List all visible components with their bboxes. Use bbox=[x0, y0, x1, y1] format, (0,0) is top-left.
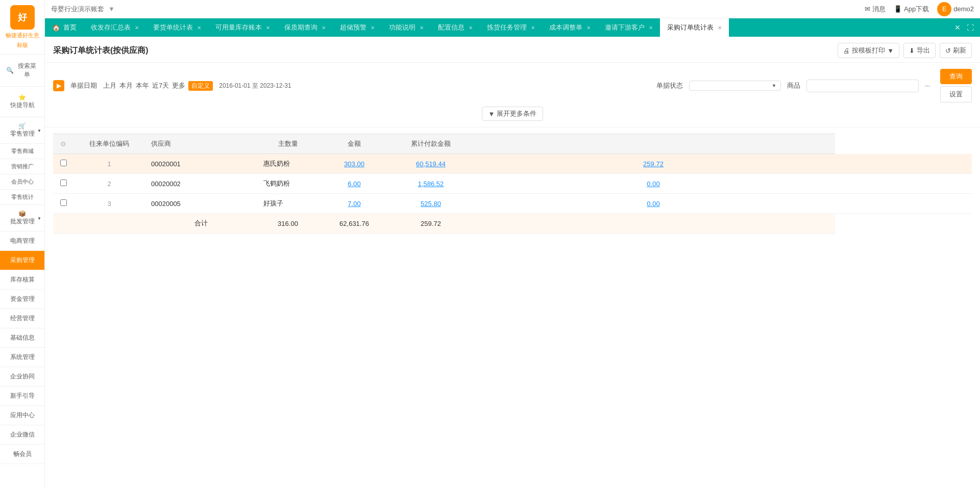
sidebar-item-system[interactable]: 系统管理 bbox=[0, 348, 44, 367]
row-checkbox-2[interactable] bbox=[60, 199, 67, 206]
sidebar-item-retail[interactable]: 🛒 零售管理 bbox=[0, 117, 44, 144]
more-shortcut[interactable]: 更多 bbox=[172, 81, 185, 90]
quick-nav-button[interactable]: ⭐ 快捷导航 bbox=[4, 91, 40, 113]
sidebar-item-marketing[interactable]: 营销推广 bbox=[0, 159, 44, 174]
table-header-row: ⚙ 往来单位编码 供应商 主数量 金额 累计付款金额 bbox=[53, 134, 972, 154]
settings-button[interactable]: 设置 bbox=[940, 86, 972, 102]
row-checkbox-0[interactable] bbox=[60, 160, 67, 166]
tab-pick-task-close[interactable]: ✕ bbox=[531, 25, 535, 31]
tab-function-desc-close[interactable]: ✕ bbox=[420, 25, 424, 31]
tab-cost-adjust-close[interactable]: ✕ bbox=[586, 25, 591, 31]
message-label: 消息 bbox=[872, 5, 886, 14]
expand-icon: ▼ bbox=[488, 110, 495, 118]
row-paid-0[interactable]: 259.72 bbox=[472, 154, 835, 174]
logo-version: 标版 bbox=[17, 41, 28, 49]
tab-config-info-close[interactable]: ✕ bbox=[469, 25, 473, 31]
sidebar-item-purchase[interactable]: 采购管理 bbox=[0, 251, 44, 270]
row-qty-link-2[interactable]: 7.00 bbox=[348, 200, 360, 208]
row-qty-link-1[interactable]: 6.00 bbox=[348, 180, 360, 188]
search-section[interactable]: 🔍 搜索菜单 bbox=[0, 55, 44, 87]
username: demo2 bbox=[953, 5, 974, 13]
sidebar-item-operation[interactable]: 经营管理 bbox=[0, 309, 44, 328]
print-button[interactable]: 🖨 按模板打印 ▼ bbox=[838, 43, 899, 58]
this-month-shortcut[interactable]: 本月 bbox=[119, 81, 133, 90]
custom-date-badge[interactable]: 自定义 bbox=[188, 81, 213, 91]
row-amount-1[interactable]: 1,586.52 bbox=[390, 174, 472, 194]
row-paid-link-0[interactable]: 259.72 bbox=[643, 160, 664, 168]
row-qty-1[interactable]: 6.00 bbox=[318, 174, 390, 194]
status-select[interactable] bbox=[689, 81, 781, 91]
tab-available-stock-close[interactable]: ✕ bbox=[266, 25, 270, 31]
sidebar-item-new-guide[interactable]: 新手引导 bbox=[0, 387, 44, 406]
tab-overstock-warning-close[interactable]: ✕ bbox=[371, 25, 375, 31]
sidebar-item-ecommerce[interactable]: 电商管理 bbox=[0, 232, 44, 251]
tab-shelf-life[interactable]: 保质期查询 ✕ bbox=[277, 18, 333, 37]
tab-receive-summary[interactable]: 收发存汇总表 ✕ bbox=[84, 18, 146, 37]
row-check-2[interactable] bbox=[53, 194, 74, 214]
row-paid-link-2[interactable]: 0.00 bbox=[647, 200, 659, 208]
row-amount-2[interactable]: 525.80 bbox=[390, 194, 472, 214]
user-profile[interactable]: E demo2 bbox=[937, 2, 974, 16]
settings-col-icon[interactable]: ⚙ bbox=[60, 140, 66, 148]
workspace-dropdown-icon[interactable]: ▼ bbox=[108, 5, 115, 13]
row-amount-link-2[interactable]: 525.80 bbox=[421, 200, 441, 208]
sidebar-item-finance[interactable]: 资金管理 bbox=[0, 290, 44, 309]
more-filter-button[interactable]: ··· bbox=[925, 82, 930, 89]
query-button[interactable]: 查询 bbox=[940, 69, 972, 84]
row-checkbox-1[interactable] bbox=[60, 179, 67, 186]
app-download-button[interactable]: 📱 App下载 bbox=[894, 5, 929, 14]
tab-shelf-life-close[interactable]: ✕ bbox=[322, 25, 326, 31]
last-month-shortcut[interactable]: 上月 bbox=[103, 81, 116, 90]
row-amount-0[interactable]: 60,519.44 bbox=[390, 154, 472, 174]
sidebar-item-retail-mall[interactable]: 零售商城 bbox=[0, 144, 44, 159]
tab-invite-downstream-close[interactable]: ✕ bbox=[649, 25, 653, 31]
tab-receive-summary-close[interactable]: ✕ bbox=[135, 25, 139, 31]
last7days-shortcut[interactable]: 近7天 bbox=[152, 81, 169, 90]
tab-pick-task[interactable]: 拣货任务管理 ✕ bbox=[480, 18, 542, 37]
search-menu-button[interactable]: 🔍 搜索菜单 bbox=[4, 59, 40, 82]
tab-config-info[interactable]: 配置信息 ✕ bbox=[431, 18, 480, 37]
refresh-button[interactable]: ↺ 刷新 bbox=[940, 43, 972, 58]
row-check-0[interactable] bbox=[53, 154, 74, 174]
sidebar-item-stock[interactable]: 库存核算 bbox=[0, 270, 44, 290]
tab-available-stock[interactable]: 可用量库存账本 ✕ bbox=[208, 18, 277, 37]
tab-purchase-stats[interactable]: 要货单统计表 ✕ bbox=[146, 18, 208, 37]
fullscreen-button[interactable]: ⛶ bbox=[965, 21, 976, 34]
sidebar-item-member-vip[interactable]: 畅会员 bbox=[0, 445, 44, 464]
sidebar-item-enterprise[interactable]: 企业协同 bbox=[0, 367, 44, 387]
sidebar-item-enterprise-wechat[interactable]: 企业微信 bbox=[0, 425, 44, 445]
table-row: 3 00020005 好孩子 7.00 525.80 0.00 bbox=[53, 194, 972, 214]
sidebar-item-basic-info[interactable]: 基础信息 bbox=[0, 328, 44, 348]
row-qty-link-0[interactable]: 303.00 bbox=[344, 160, 364, 168]
tab-function-desc[interactable]: 功能说明 ✕ bbox=[382, 18, 431, 37]
close-tab-button[interactable]: ✕ bbox=[952, 21, 963, 34]
this-year-shortcut[interactable]: 本年 bbox=[136, 81, 149, 90]
sidebar-item-member[interactable]: 会员中心 bbox=[0, 174, 44, 190]
tab-purchase-order-stats-close[interactable]: ✕ bbox=[718, 25, 722, 31]
row-amount-link-1[interactable]: 1,586.52 bbox=[418, 180, 444, 188]
tab-cost-adjust[interactable]: 成本调整单 ✕ bbox=[542, 18, 598, 37]
expand-filter-button[interactable]: ▼ 展开更多条件 bbox=[482, 107, 544, 121]
tab-invite-downstream[interactable]: 邀请下游客户 ✕ bbox=[598, 18, 660, 37]
row-qty-2[interactable]: 7.00 bbox=[318, 194, 390, 214]
row-supplier-2: 好孩子 bbox=[257, 194, 318, 214]
filter-toggle-button[interactable]: ▶ bbox=[53, 80, 64, 91]
tab-overstock-warning[interactable]: 超储预警 ✕ bbox=[333, 18, 382, 37]
tab-purchase-stats-close[interactable]: ✕ bbox=[197, 25, 201, 31]
export-button[interactable]: ⬇ 导出 bbox=[903, 43, 936, 58]
row-paid-link-1[interactable]: 0.00 bbox=[647, 180, 659, 188]
table-row: 2 00020002 飞鹤奶粉 6.00 1,586.52 0.00 bbox=[53, 174, 972, 194]
sidebar-item-app-center[interactable]: 应用中心 bbox=[0, 406, 44, 425]
sidebar-item-wholesale[interactable]: 📦 批发管理 bbox=[0, 205, 44, 232]
message-button[interactable]: ✉ 消息 bbox=[865, 5, 886, 14]
goods-input[interactable] bbox=[806, 80, 919, 92]
tab-home[interactable]: 🏠 首页 bbox=[45, 18, 84, 37]
sidebar-item-retail-stats[interactable]: 零售统计 bbox=[0, 190, 44, 205]
row-amount-link-0[interactable]: 60,519.44 bbox=[416, 160, 446, 168]
row-paid-2[interactable]: 0.00 bbox=[472, 194, 835, 214]
quick-nav-section[interactable]: ⭐ 快捷导航 bbox=[0, 87, 44, 117]
row-qty-0[interactable]: 303.00 bbox=[318, 154, 390, 174]
row-check-1[interactable] bbox=[53, 174, 74, 194]
tab-purchase-order-stats[interactable]: 采购订单统计表 ✕ bbox=[660, 18, 729, 37]
row-paid-1[interactable]: 0.00 bbox=[472, 174, 835, 194]
